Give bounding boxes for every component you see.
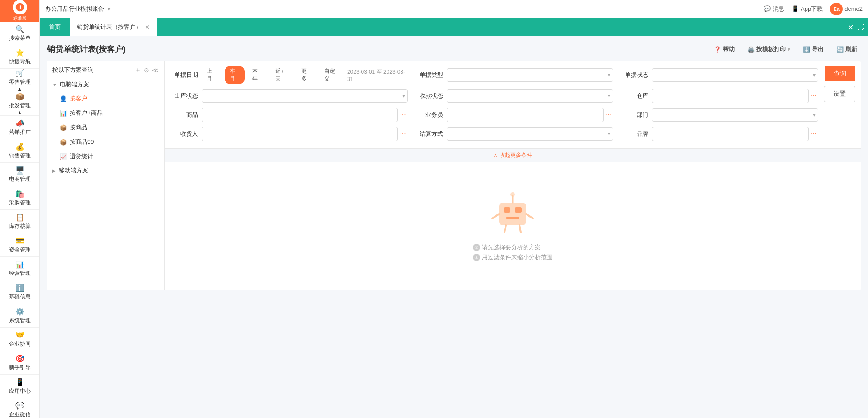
outbound-select[interactable] (202, 89, 408, 103)
sidebar-item-purchase-mgmt[interactable]: 🛍️ 采购管理 (0, 186, 40, 210)
department-select[interactable] (652, 108, 818, 122)
print-btn[interactable]: 🖨️ 按模板打印 ▾ (744, 43, 794, 55)
scheme-group-pc-header[interactable]: ▼ 电脑端方案 (47, 78, 164, 91)
scheme-item-by-customer[interactable]: 👤 按客户 (47, 91, 164, 106)
collapse-bar[interactable]: ∧ 收起更多条件 (165, 148, 861, 162)
filter-row-2: 出库状态 ▾ 收款状态 (170, 89, 818, 103)
wholesale-mgmt-icon: 📦 (15, 92, 24, 101)
user-avatar: Ea (830, 3, 843, 15)
filter-cell-department: 部门 ▾ (620, 108, 818, 122)
sidebar-item-marketing[interactable]: 📣 营销推广 (0, 116, 40, 139)
receiver-input[interactable] (202, 127, 398, 141)
sidebar-item-sales-mgmt[interactable]: 💰 销售管理 (0, 139, 40, 163)
sidebar-item-basics[interactable]: ℹ️ 基础信息 (0, 280, 40, 304)
refresh-btn[interactable]: 🔄 刷新 (833, 43, 861, 55)
sidebar-item-system-label: 系统管理 (9, 317, 31, 324)
date-tag-last-7[interactable]: 近7天 (270, 66, 293, 84)
help-btn[interactable]: ❓ 帮助 (710, 43, 738, 55)
sidebar-item-retail-mgmt[interactable]: 🛒 零售管理 ▲ (0, 69, 40, 92)
sidebar-item-wholesale-label: 批发管理 (9, 102, 31, 109)
tab-sales-stat[interactable]: 销货单统计表（按客户） ✕ (70, 18, 157, 36)
sidebar-item-inventory-label: 库存核算 (9, 223, 31, 230)
panel-settings-icon[interactable]: ⊙ (144, 66, 149, 74)
tab-close-icon[interactable]: ✕ (145, 24, 150, 30)
salesman-dots[interactable]: ··· (604, 111, 613, 119)
warehouse-dots[interactable]: ··· (809, 92, 818, 100)
sidebar-item-finance[interactable]: 💳 资金管理 (0, 233, 40, 257)
user-avatar-btn[interactable]: Ea demo2 (830, 3, 863, 15)
date-tag-last-month[interactable]: 上月 (202, 66, 222, 84)
sidebar-item-wholesale-mgmt[interactable]: 📦 批发管理 ▲ (0, 92, 40, 116)
svg-rect-3 (506, 217, 519, 219)
date-tag-this-month[interactable]: 本月 (225, 66, 245, 84)
receiver-dots[interactable]: ··· (398, 130, 407, 138)
date-tag-custom[interactable]: 自定义 (319, 66, 344, 84)
sidebar-item-app-center[interactable]: 📱 应用中心 (0, 375, 40, 398)
print-icon: 🖨️ (747, 46, 755, 53)
scheme-item-by-goods[interactable]: 📦 按商品 (47, 120, 164, 135)
receiver-control: ··· (202, 127, 408, 141)
panel-add-icon[interactable]: ＋ (135, 66, 141, 74)
actions-col: 查询 设置 (818, 66, 855, 143)
panel-collapse-icon[interactable]: ≪ (152, 66, 159, 74)
operations-icon: 📊 (15, 260, 24, 269)
setting-button[interactable]: 设置 (824, 86, 855, 102)
sidebar-item-search-menu[interactable]: 🔍 搜索菜单 (0, 22, 40, 45)
sidebar-item-quick-nav[interactable]: ⭐ 快捷导航 (0, 45, 40, 69)
app-download-btn[interactable]: 📱 App下载 (792, 5, 823, 13)
svg-line-6 (492, 214, 499, 218)
message-btn[interactable]: 💬 消息 (764, 5, 784, 13)
scheme-item-by-customer-goods[interactable]: 📊 按客户+商品 (47, 106, 164, 120)
doc-type-select[interactable] (447, 68, 613, 82)
goods-label: 商品 (170, 111, 202, 119)
filter-cell-doc-status: 单据状态 ▾ (620, 68, 818, 82)
sidebar-item-operations[interactable]: 📊 经营管理 (0, 257, 40, 280)
doc-type-control: ▾ (447, 68, 613, 82)
panel-header: 按以下方案查询 ＋ ⊙ ≪ (47, 66, 164, 78)
sidebar-item-system[interactable]: ⚙️ 系统管理 (0, 304, 40, 328)
warehouse-input[interactable] (652, 89, 809, 103)
empty-state: ① 请先选择要分析的方案 ② 用过滤条件来缩小分析范围 (165, 162, 861, 290)
scheme-item-return-stat[interactable]: 📈 退货统计 (47, 149, 164, 164)
help-label: 帮助 (723, 45, 735, 53)
goods-control: ··· (202, 108, 408, 122)
export-btn[interactable]: ⬇️ 导出 (799, 43, 827, 55)
scheme-group-pc: ▼ 电脑端方案 👤 按客户 📊 按客户+商品 📦 (47, 78, 164, 164)
mobile-group-label: 移动端方案 (59, 166, 88, 175)
salesman-input[interactable] (447, 108, 604, 122)
payment-select[interactable] (447, 89, 613, 103)
by-customer-icon: 👤 (60, 95, 67, 102)
sidebar-item-ecom-mgmt[interactable]: 🖥️ 电商管理 (0, 163, 40, 186)
filter-cell-receiver: 收货人 ··· (170, 127, 408, 141)
scheme-group-mobile-header[interactable]: ▶ 移动端方案 (47, 164, 164, 177)
empty-tip2: 用过滤条件来缩小分析范围 (482, 253, 552, 261)
sidebar-item-guide[interactable]: 🎯 新手引导 (0, 351, 40, 375)
inventory-icon: 📋 (15, 213, 24, 222)
goods-input[interactable] (202, 108, 398, 122)
topbar-dropdown-icon[interactable]: ▾ (108, 5, 111, 12)
brand-dots[interactable]: ··· (809, 130, 818, 138)
scheme-item-by-customer-goods-label: 按客户+商品 (70, 109, 103, 117)
query-button[interactable]: 查询 (825, 66, 855, 81)
doc-status-select[interactable] (652, 68, 818, 82)
filter-row-4: 收货人 ··· 结算方式 (170, 127, 818, 141)
date-tag-this-year[interactable]: 本年 (247, 66, 268, 84)
scheme-item-by-goods-99[interactable]: 📦 按商品99 (47, 135, 164, 149)
filter-cell-doc-type: 单据类型 ▾ (415, 68, 613, 82)
tab-home[interactable]: 首页 (40, 18, 70, 36)
brand-input[interactable] (652, 127, 809, 141)
right-panel: 单据日期 上月 本月 本年 近7天 更多 自定义 2023-03-01 至 20… (165, 61, 861, 290)
empty-tips: ① 请先选择要分析的方案 ② 用过滤条件来缩小分析范围 (473, 242, 552, 263)
brand-control: ··· (652, 127, 818, 141)
settlement-select[interactable] (447, 127, 613, 141)
department-label: 部门 (620, 111, 652, 119)
sidebar-item-inventory[interactable]: 📋 库存核算 (0, 210, 40, 233)
tab-window-close-icon[interactable]: ✕ (848, 23, 854, 32)
mobile-group-expand-icon: ▶ (52, 168, 56, 173)
date-tag-more[interactable]: 更多 (296, 66, 316, 84)
goods-dots[interactable]: ··· (398, 111, 407, 119)
svg-rect-0 (499, 203, 526, 225)
sidebar-item-enterprise-wechat[interactable]: 💬 企业微信 (0, 398, 40, 418)
tab-fullscreen-icon[interactable]: ⛶ (857, 23, 864, 31)
sidebar-item-enterprise[interactable]: 🤝 企业协同 (0, 328, 40, 351)
